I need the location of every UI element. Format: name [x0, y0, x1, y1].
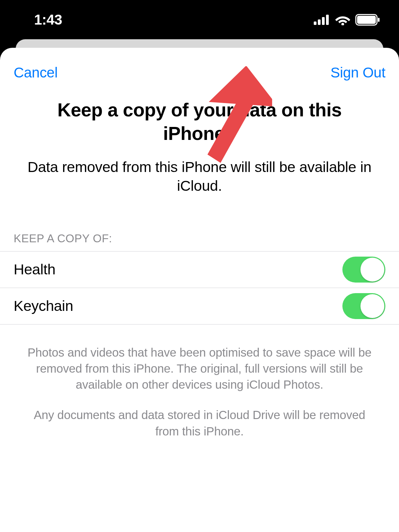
status-bar: 1:43 [0, 0, 399, 39]
svg-point-4 [341, 23, 344, 25]
section-header: KEEP A COPY OF: [0, 232, 399, 245]
page-title: Keep a copy of your data on this iPhone? [0, 98, 399, 145]
status-time: 1:43 [34, 12, 62, 28]
modal-sheet: Cancel Sign Out Keep a copy of your data… [0, 48, 399, 532]
sheet-header: Cancel Sign Out [0, 48, 399, 85]
battery-icon [355, 14, 380, 26]
page-subtitle: Data removed from this iPhone will still… [0, 158, 399, 195]
toggle-label-health: Health [14, 261, 56, 278]
sign-out-button[interactable]: Sign Out [330, 64, 385, 81]
cellular-signal-icon [314, 15, 330, 25]
svg-rect-0 [314, 21, 316, 25]
svg-rect-7 [378, 18, 380, 22]
toggle-label-keychain: Keychain [14, 298, 73, 314]
svg-rect-6 [357, 16, 376, 24]
toggle-list: Health Keychain [0, 251, 399, 325]
svg-rect-2 [322, 17, 325, 25]
status-indicators [314, 14, 380, 26]
svg-rect-1 [318, 19, 321, 25]
svg-rect-3 [326, 15, 329, 25]
footer-note-drive: Any documents and data stored in iCloud … [0, 407, 399, 439]
toggle-keychain[interactable] [342, 293, 385, 319]
toggle-health[interactable] [342, 257, 385, 283]
list-item: Keychain [0, 288, 399, 325]
footer-note-photos: Photos and videos that have been optimis… [0, 344, 399, 393]
list-item: Health [0, 251, 399, 288]
wifi-icon [335, 14, 351, 25]
cancel-button[interactable]: Cancel [14, 64, 58, 81]
